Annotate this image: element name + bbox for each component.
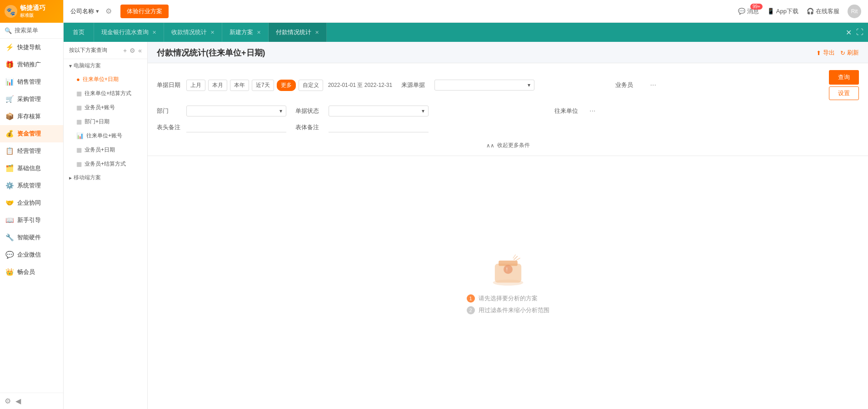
sidebar-item-vip[interactable]: 👑 畅会员 — [0, 263, 63, 281]
sidebar-item-sales[interactable]: 📊 销售管理 — [0, 73, 63, 91]
scheme-item-staff-settle[interactable]: ▦ 业务员+结算方式 — [64, 157, 147, 171]
dept-label: 部门 — [157, 107, 186, 115]
source-doc-select[interactable]: ▾ — [434, 80, 534, 91]
last-7-btn[interactable]: 近7天 — [252, 80, 274, 91]
close-tab-icon[interactable]: ✕ — [846, 28, 852, 37]
page-header: 付款情况统计(往来单位+日期) ⬆ 导出 ↻ 刷新 — [148, 42, 868, 63]
tab-close-bank-flow[interactable]: ✕ — [152, 30, 156, 35]
scheme-item-unit-date[interactable]: ● 往来单位+日期 — [64, 72, 147, 86]
settings-bottom-icon[interactable]: ⚙ — [5, 397, 11, 405]
scheme-header-title: 按以下方案查询 — [69, 46, 107, 54]
hint-num-1: 1 — [467, 294, 475, 303]
online-service-btn[interactable]: 🎧 在线客服 — [807, 7, 839, 15]
tab-bank-flow[interactable]: 现金银行流水查询 ✕ — [94, 23, 164, 42]
scheme-collapse-icon[interactable]: « — [138, 47, 142, 54]
search-icon: 🔍 — [5, 27, 12, 34]
tab-close-new-scheme[interactable]: ✕ — [257, 30, 261, 35]
settings-btn[interactable]: 设置 — [829, 86, 859, 100]
sidebar-bottom: ⚙ ◀ — [0, 393, 63, 409]
sidebar-item-system[interactable]: ⚙️ 系统管理 — [0, 177, 63, 194]
tab-close-payment[interactable]: ✕ — [315, 30, 319, 35]
tab-receipts-stats[interactable]: 收款情况统计 ✕ — [164, 23, 222, 42]
scheme-header: 按以下方案查询 + ⚙ « — [64, 42, 147, 59]
avatar[interactable]: Rit — [848, 5, 861, 18]
scheme-mobile-expand-icon[interactable]: ▸ — [69, 175, 72, 181]
sidebar-item-purchase[interactable]: 🛒 采购管理 — [0, 91, 63, 108]
collapse-btn[interactable]: ∧∧ 收起更多条件 — [157, 138, 859, 151]
sidebar-item-enterprise[interactable]: 🤝 企业协同 — [0, 194, 63, 212]
basic-info-icon: 🗂️ — [5, 164, 14, 172]
scheme-expand-icon[interactable]: ▾ — [69, 63, 72, 69]
sidebar-item-marketing[interactable]: 🎁 营销推广 — [0, 56, 63, 73]
sales-icon: 📊 — [5, 78, 14, 86]
tabs-end: ✕ ⛶ — [841, 23, 868, 42]
messages-btn[interactable]: 💬 消息 99+ — [738, 7, 759, 15]
collapse-sidebar-icon[interactable]: ◀ — [15, 397, 21, 405]
sidebar-item-basic-info[interactable]: 🗂️ 基础信息 — [0, 160, 63, 177]
source-doc-dropdown-icon: ▾ — [528, 82, 530, 88]
scheme-mobile-section: ▸ 移动端方案 — [64, 171, 147, 184]
sidebar-item-quick-nav[interactable]: ⚡ 快捷导航 — [0, 39, 63, 56]
related-unit-ellipsis[interactable]: ··· — [588, 107, 597, 115]
table-body-note-input[interactable] — [329, 122, 429, 132]
scheme-settings-icon[interactable]: ⚙ — [130, 47, 135, 54]
trial-btn[interactable]: 体验行业方案 — [120, 5, 169, 18]
topbar-settings-icon[interactable]: ⚙ — [104, 5, 114, 17]
scheme-item-staff-date[interactable]: ▦ 业务员+日期 — [64, 143, 147, 157]
table-header-note-label: 表头备注 — [157, 123, 186, 131]
sidebar-item-guide[interactable]: 📖 新手引导 — [0, 212, 63, 229]
search-menu-btn[interactable]: 🔍 搜索菜单 — [0, 23, 63, 39]
scheme-item-dept-date[interactable]: ▦ 部门+日期 — [64, 115, 147, 129]
more-btn[interactable]: 更多 — [277, 80, 296, 91]
dept-dropdown-icon: ▾ — [279, 108, 282, 114]
date-buttons: 上月 本月 本年 近7天 更多 自定义 2022-01-01 至 2022-12… — [186, 80, 392, 91]
scheme-item-icon-2: ▦ — [76, 104, 82, 111]
export-icon: ⬆ — [816, 50, 821, 56]
this-year-btn[interactable]: 本年 — [230, 80, 249, 91]
doc-status-select[interactable]: ▾ — [329, 106, 429, 116]
custom-btn[interactable]: 自定义 — [299, 80, 323, 91]
purchase-icon: 🛒 — [5, 95, 14, 103]
page-title: 付款情况统计(往来单位+日期) — [157, 47, 265, 58]
vip-icon: 👑 — [5, 268, 14, 276]
date-range-display: 2022-01-01 至 2022-12-31 — [328, 81, 392, 89]
scheme-item-unit-account[interactable]: 📊 往来单位+账号 — [64, 129, 147, 143]
maximize-icon[interactable]: ⛶ — [856, 28, 863, 36]
query-btn[interactable]: 查询 — [829, 70, 859, 85]
sidebar: 🐾 畅捷通巧 标准版 🔍 搜索菜单 ⚡ 快捷导航 🎁 营销推广 📊 销售管理 🛒… — [0, 0, 64, 409]
tab-new-scheme[interactable]: 新建方案 ✕ — [222, 23, 269, 42]
scheme-add-icon[interactable]: + — [123, 47, 127, 54]
company-dropdown-icon: ▾ — [96, 8, 99, 15]
sales-staff-ellipsis[interactable]: ··· — [649, 81, 658, 89]
marketing-icon: 🎁 — [5, 61, 14, 69]
refresh-icon: ↻ — [840, 50, 845, 56]
svg-line-6 — [515, 258, 520, 261]
dept-select[interactable]: ▾ — [186, 106, 286, 116]
scheme-item-staff-account[interactable]: ▦ 业务员+账号 — [64, 101, 147, 115]
scheme-item-icon-6: ▦ — [76, 161, 82, 167]
sidebar-item-operations[interactable]: 📋 经营管理 — [0, 142, 63, 160]
company-selector[interactable]: 公司名称 ▾ — [70, 7, 99, 15]
quick-nav-icon: ⚡ — [5, 43, 14, 51]
tab-close-receipts[interactable]: ✕ — [210, 30, 215, 35]
scheme-header-icons: + ⚙ « — [123, 47, 142, 54]
sidebar-item-funds[interactable]: 💰 资金管理 — [0, 125, 63, 142]
table-header-note-input[interactable] — [186, 122, 286, 132]
tab-home[interactable]: 首页 — [64, 23, 94, 42]
topbar-actions: 💬 消息 99+ 📱 App下载 🎧 在线客服 Rit — [738, 5, 861, 18]
sidebar-item-weixin[interactable]: 💬 企业微信 — [0, 246, 63, 263]
filter-row-2: 部门 ▾ 单据状态 ▾ 往来单位 ··· — [157, 106, 859, 116]
table-body-note-label: 表体备注 — [295, 123, 325, 131]
tab-payment-stats[interactable]: 付款情况统计 ✕ — [269, 23, 327, 42]
sidebar-item-hardware[interactable]: 🔧 智能硬件 — [0, 229, 63, 246]
sidebar-item-inventory[interactable]: 📦 库存核算 — [0, 108, 63, 125]
scheme-item-unit-settle[interactable]: ▦ 往来单位+结算方式 — [64, 86, 147, 101]
last-month-btn[interactable]: 上月 — [186, 80, 205, 91]
svg-text:!: ! — [506, 266, 507, 272]
this-month-btn[interactable]: 本月 — [208, 80, 227, 91]
logo-icon: 🐾 — [5, 5, 17, 18]
app-download-btn[interactable]: 📱 App下载 — [767, 7, 798, 15]
export-btn[interactable]: ⬆ 导出 — [816, 49, 835, 57]
inventory-icon: 📦 — [5, 112, 14, 121]
refresh-btn[interactable]: ↻ 刷新 — [840, 49, 859, 57]
